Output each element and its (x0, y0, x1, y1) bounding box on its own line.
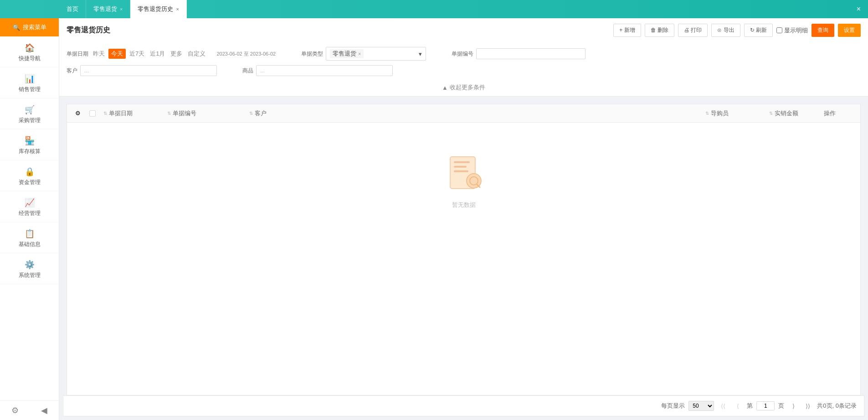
collapse-sidebar-icon[interactable]: ◀ (41, 405, 47, 415)
customer-filter: 客户 ... (67, 65, 217, 76)
first-page-button[interactable]: ⟨⟨ (718, 400, 729, 411)
empty-text: 暂无数据 (452, 201, 476, 209)
voucher-no-input[interactable] (476, 48, 586, 59)
settings-bottom-icon[interactable]: ⚙ (11, 405, 19, 415)
sort-icon-voucher[interactable]: ⇅ (167, 111, 171, 116)
show-detail-checkbox-label[interactable]: 显示明细 (776, 26, 808, 35)
sort-icon-date[interactable]: ⇅ (103, 111, 107, 116)
table-container: ⚙ ⇅ 单据日期 ⇅ 单据编号 ⇅ 客户 (67, 104, 861, 395)
inventory-icon: 🏪 (25, 136, 35, 146)
voucher-no-filter: 单据编号 (452, 48, 586, 59)
per-page-label: 每页显示 (661, 402, 685, 410)
finance-icon: 🔒 (25, 167, 35, 177)
date-option-last7[interactable]: 近7天 (128, 49, 146, 59)
th-customer: ⇅ 客户 (246, 109, 702, 118)
svg-rect-1 (454, 161, 470, 163)
sidebar-item-system[interactable]: ⚙️ 系统管理 (0, 253, 59, 284)
th-settings[interactable]: ⚙ (71, 110, 85, 117)
th-checkbox[interactable] (85, 110, 100, 117)
tab-home[interactable]: 首页 (59, 0, 86, 18)
sort-icon-amount[interactable]: ⇅ (769, 111, 773, 116)
date-option-today[interactable]: 今天 (108, 49, 126, 59)
sidebar-item-basic-info[interactable]: 📋 基础信息 (0, 222, 59, 253)
print-button[interactable]: 🖨 打印 (678, 24, 708, 37)
svg-rect-2 (454, 166, 467, 168)
date-option-last-month[interactable]: 近1月 (148, 49, 167, 59)
per-page-select[interactable]: 50 10 20 100 (688, 401, 714, 411)
pagination-footer: 每页显示 50 10 20 100 ⟨⟨ ⟨ 第 页 ⟩ ⟩⟩ 共0页, 0条记… (63, 395, 864, 416)
basic-info-icon: 📋 (25, 229, 35, 239)
goods-filter: 商品 ... (242, 65, 393, 76)
date-filter-label: 单据日期 (67, 50, 88, 58)
close-tab-retail-return[interactable]: × (120, 6, 123, 12)
th-action: 操作 (820, 109, 857, 118)
home-icon: 🏠 (25, 43, 35, 53)
empty-state-icon (441, 150, 487, 195)
sort-icon-customer[interactable]: ⇅ (249, 111, 253, 116)
sidebar-item-operation[interactable]: 📈 经营管理 (0, 191, 59, 222)
operation-icon: 📈 (25, 198, 35, 208)
th-amount: ⇅ 实销金额 (765, 109, 820, 118)
search-icon: 🔍 (13, 24, 20, 31)
voucher-type-select[interactable]: 零售退货 × ▾ (326, 47, 426, 61)
export-button[interactable]: ⊙ 导出 (711, 24, 740, 37)
sidebar: 🔍 搜索菜单 🏠 快捷导航 📊 销售管理 🛒 采购管理 🏪 库存核算 🔒 资金管… (0, 18, 59, 420)
page-header: 零售退货历史 + 新增 🗑 删除 🖨 打印 ⊙ 导出 ↻ 刷新 显示明细 查询 … (59, 18, 868, 97)
customer-select[interactable]: ... (80, 65, 217, 76)
last-page-button[interactable]: ⟩⟩ (802, 400, 813, 411)
table-header: ⚙ ⇅ 单据日期 ⇅ 单据编号 ⇅ 客户 (67, 104, 860, 123)
page-label: 第 (747, 402, 753, 410)
purchase-icon: 🛒 (25, 105, 35, 115)
page-number-input[interactable] (756, 401, 775, 410)
sidebar-item-sales-mgmt[interactable]: 📊 销售管理 (0, 67, 59, 98)
select-all-checkbox[interactable] (89, 110, 96, 117)
prev-page-button[interactable]: ⟨ (732, 400, 743, 411)
sidebar-search[interactable]: 🔍 搜索菜单 (0, 18, 59, 36)
voucher-type-label: 单据类型 (301, 50, 323, 58)
goods-label: 商品 (242, 67, 253, 75)
system-icon: ⚙️ (25, 260, 35, 270)
new-button[interactable]: + 新增 (613, 24, 641, 37)
collapse-icon: ▲ (442, 84, 448, 91)
content-area: 零售退货历史 + 新增 🗑 删除 🖨 打印 ⊙ 导出 ↻ 刷新 显示明细 查询 … (59, 18, 868, 420)
sort-icon-guide[interactable]: ⇅ (705, 111, 709, 116)
tab-retail-return[interactable]: 零售退货 × (86, 0, 130, 18)
sidebar-item-quick-nav[interactable]: 🏠 快捷导航 (0, 36, 59, 67)
date-option-more[interactable]: 更多 (169, 49, 184, 59)
sales-icon: 📊 (25, 74, 35, 84)
table-settings-icon[interactable]: ⚙ (75, 110, 81, 117)
customer-label: 客户 (67, 67, 77, 75)
next-page-button[interactable]: ⟩ (788, 400, 799, 411)
delete-button[interactable]: 🗑 删除 (645, 24, 674, 37)
voucher-type-tag: 零售退货 × (330, 49, 364, 58)
date-filter: 单据日期 昨天 今天 近7天 近1月 更多 自定义 (67, 49, 207, 59)
th-voucher-no: ⇅ 单据编号 (164, 109, 246, 118)
main-layout: 🔍 搜索菜单 🏠 快捷导航 📊 销售管理 🛒 采购管理 🏪 库存核算 🔒 资金管… (0, 18, 868, 420)
toolbar: + 新增 🗑 删除 🖨 打印 ⊙ 导出 ↻ 刷新 显示明细 查询 设置 (613, 24, 861, 37)
settings-button[interactable]: 设置 (838, 24, 861, 37)
filter-area: 单据日期 昨天 今天 近7天 近1月 更多 自定义 2023-06-02 至 2… (67, 42, 861, 96)
empty-state: 暂无数据 (67, 123, 860, 236)
refresh-button[interactable]: ↻ 刷新 (744, 24, 773, 37)
total-records: 共0页, 0条记录 (817, 402, 857, 410)
voucher-type-tag-close[interactable]: × (358, 51, 361, 56)
sidebar-bottom: ⚙ ◀ (0, 400, 59, 420)
close-tab-retail-return-history[interactable]: × (176, 6, 179, 12)
collapse-button[interactable]: ▲ 收起更多条件 (442, 83, 485, 92)
close-all-tabs[interactable]: × (857, 5, 861, 13)
sidebar-item-inventory[interactable]: 🏪 库存核算 (0, 129, 59, 160)
sidebar-item-purchase-mgmt[interactable]: 🛒 采购管理 (0, 98, 59, 129)
query-button[interactable]: 查询 (812, 24, 834, 37)
th-guide: ⇅ 导购员 (702, 109, 765, 118)
show-detail-checkbox[interactable] (776, 27, 782, 33)
date-range-display: 2023-06-02 至 2023-06-02 (216, 51, 276, 57)
date-option-custom[interactable]: 自定义 (186, 49, 207, 59)
page-suffix: 页 (778, 402, 784, 410)
goods-select[interactable]: ... (256, 65, 393, 76)
tab-retail-return-history[interactable]: 零售退货历史 × (130, 0, 186, 18)
th-date: ⇅ 单据日期 (100, 109, 164, 118)
sidebar-item-finance[interactable]: 🔒 资金管理 (0, 160, 59, 191)
svg-rect-3 (454, 170, 468, 172)
date-option-yesterday[interactable]: 昨天 (91, 49, 107, 59)
voucher-type-filter: 单据类型 零售退货 × ▾ (301, 47, 426, 61)
